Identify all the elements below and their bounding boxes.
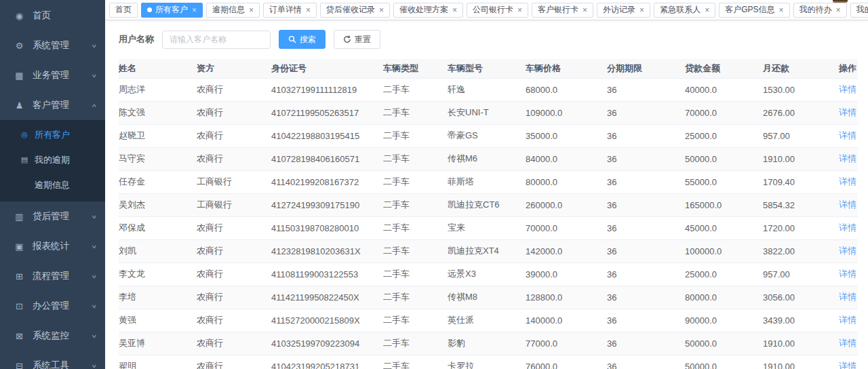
close-icon[interactable]: × [379,6,384,14]
detail-link[interactable]: 详情 [839,84,856,94]
column-header: 车辆型号 [448,59,526,78]
detail-link[interactable]: 详情 [839,338,856,348]
sidebar-item-tools[interactable]: ⊟系统工具∨ [0,351,105,369]
tab-my-todo[interactable]: 我的待办× [793,3,847,18]
table-cell: 84000.0 [526,147,607,170]
sidebar-item-monitor[interactable]: ⊠系统监控∨ [0,321,105,351]
close-icon[interactable]: × [705,6,709,14]
tab-home[interactable]: 首页 [109,3,138,18]
sidebar-item-system[interactable]: ⚙系统管理∨ [0,31,105,60]
sidebar-item-loan[interactable]: ▥贷后管理∨ [0,201,105,231]
table-cell: 二手车 [383,355,448,369]
table-cell: 2676.00 [763,101,831,124]
close-icon[interactable]: × [452,6,457,14]
table-cell: 36 [607,263,685,286]
sidebar-item-my-overdue[interactable]: ▤我的逾期 [0,147,105,172]
table-cell: 凯迪拉克XT4 [448,239,526,263]
chevron-down-icon: ∨ [91,214,98,219]
close-icon[interactable]: × [778,6,783,14]
search-label: 用户名称 [119,33,154,45]
chevron-down-icon: ∨ [91,73,98,78]
sidebar-item-overdue-info[interactable]: 逾期信息 [0,172,105,197]
chevron-up-icon: ∧ [91,102,98,108]
table-cell: 菲斯塔 [448,170,526,193]
table-cell: 36 [607,147,685,170]
avatar-cutoff [833,0,848,3]
tab-visit-record[interactable]: 外访记录× [597,3,650,18]
tab-collection-plan[interactable]: 催收处理方案× [393,3,463,18]
detail-link[interactable]: 详情 [839,107,856,117]
table-cell: 传祺M6 [448,147,526,170]
close-icon[interactable]: × [836,6,841,14]
close-icon[interactable]: × [517,6,522,14]
detail-link[interactable]: 详情 [839,153,856,163]
tab-label: 首页 [115,4,132,16]
sidebar-item-home[interactable]: ◉首页 [0,1,105,31]
table-cell: 76000.0 [526,355,607,369]
table-cell-action: 详情 [831,263,858,286]
table-cell: 农商行 [197,332,271,355]
close-icon[interactable]: × [583,6,587,14]
table-cell: 410325199709223094 [271,332,383,355]
app-root: ◉首页⚙系统管理∨▦业务管理∨♟客户管理∧◎所有客户▤我的逾期逾期信息▥贷后管理… [0,0,868,369]
process-icon: ⊞ [14,271,25,281]
detail-link[interactable]: 详情 [839,176,856,187]
table-cell: 109000.0 [526,101,607,124]
table-cell: 工商银行 [197,170,271,193]
sidebar-item-business[interactable]: ▦业务管理∨ [0,60,105,90]
table-cell: 5854.32 [763,193,831,216]
main-area: 首页所有客户×逾期信息×订单详情×贷后催收记录×催收处理方案×公司银行卡×客户银… [105,0,868,369]
table-cell: 165000.0 [685,193,763,216]
table-cell: 远景X3 [448,263,526,286]
table-cell: 李文龙 [119,263,197,286]
tab-label: 订单详情 [269,4,302,16]
detail-link[interactable]: 详情 [839,269,856,279]
table-cell-action: 详情 [831,216,858,239]
sidebar-item-customer[interactable]: ♟客户管理∧ [0,90,105,120]
detail-link[interactable]: 详情 [839,199,856,210]
search-input[interactable] [162,31,271,49]
tab-label: 所有客户 [155,4,188,16]
table-cell: 41142119950822450X [271,286,383,309]
tab-order-detail[interactable]: 订单详情× [263,3,317,18]
reset-button[interactable]: 重置 [334,30,380,49]
detail-link[interactable]: 详情 [839,246,856,256]
chevron-down-icon: ∨ [91,273,98,279]
tab-overdue-info[interactable]: 逾期信息× [206,3,260,18]
tab-customer-gps[interactable]: 客户GPS信息× [719,3,789,18]
sidebar-item-all-customers[interactable]: ◎所有客户 [0,122,105,147]
book-icon: ▥ [14,212,25,222]
tab-all-customers[interactable]: 所有客户× [141,3,203,18]
detail-link[interactable]: 详情 [839,222,856,233]
tab-bar: 首页所有客户×逾期信息×订单详情×贷后催收记录×催收处理方案×公司银行卡×客户银… [105,0,868,20]
tab-collection-record[interactable]: 贷后催收记录× [320,3,390,18]
detail-link[interactable]: 详情 [839,361,856,369]
table-cell: 帝豪GS [448,124,526,147]
table-cell-action: 详情 [831,286,858,309]
search-button[interactable]: 搜索 [279,30,326,49]
table-cell: 农商行 [197,263,271,286]
search-row: 用户名称 搜索 重置 [119,30,858,49]
close-icon[interactable]: × [192,6,197,14]
close-icon[interactable]: × [639,6,644,14]
sidebar-item-office[interactable]: ⊡办公管理∨ [0,291,105,321]
tab-my-process[interactable]: 我的流程× [850,3,868,18]
table-cell-action: 详情 [831,355,858,369]
sidebar-item-process[interactable]: ⊞流程管理∨ [0,261,105,291]
tab-customer-bank-card[interactable]: 客户银行卡× [532,3,593,18]
table-cell: 36 [607,332,685,355]
detail-link[interactable]: 详情 [839,315,856,325]
circle-icon: ◎ [20,130,29,139]
tab-label: 紧急联系人 [660,4,701,16]
table-cell: 1709.40 [763,170,831,193]
close-icon[interactable]: × [306,6,311,14]
tab-company-bank-card[interactable]: 公司银行卡× [467,3,528,18]
tab-label: 催收处理方案 [399,4,448,16]
detail-link[interactable]: 详情 [839,130,856,140]
table-cell: 二手车 [383,193,448,216]
sidebar-item-report[interactable]: ▣报表统计∨ [0,231,105,261]
tab-emergency-contact[interactable]: 紧急联系人× [654,3,715,18]
close-icon[interactable]: × [249,6,254,14]
table-cell: 1530.00 [763,78,831,101]
detail-link[interactable]: 详情 [839,292,856,302]
